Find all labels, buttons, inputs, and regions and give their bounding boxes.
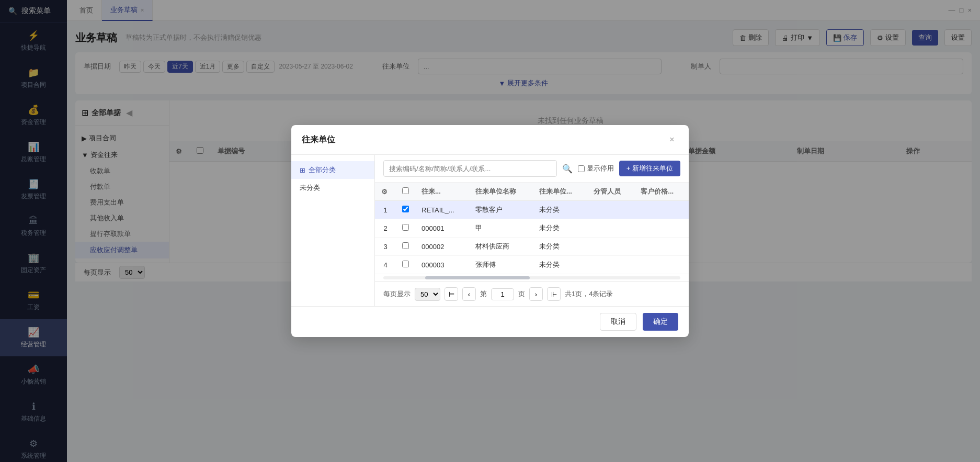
dialog-table-row[interactable]: 1 RETAIL_... 零散客户 未分类: [375, 201, 689, 219]
page-prev-btn[interactable]: ‹: [462, 287, 476, 301]
row-name: 材料供应商: [469, 238, 533, 256]
dialog-sidebar: ⊞ 全部分类 未分类: [291, 155, 375, 306]
page-input[interactable]: [491, 288, 514, 300]
dialog-sidebar-allcategory[interactable]: ⊞ 全部分类: [291, 161, 374, 179]
dialog-content: 🔍 显示停用 + 新增往来单位 ⚙ 往来...: [375, 155, 689, 306]
dth-category: 往来单位...: [533, 183, 587, 201]
dialog-sidebar-allcategory-label: 全部分类: [309, 165, 336, 175]
dialog-sidebar-uncategorized[interactable]: 未分类: [291, 179, 374, 197]
dialog-overlay[interactable]: 往来单位 × ⊞ 全部分类 未分类 🔍: [0, 0, 980, 462]
page-last-btn[interactable]: ⊩: [547, 287, 561, 301]
dialog-scrollbar-track[interactable]: [383, 276, 680, 279]
dth-name: 往来单位名称: [469, 183, 533, 201]
row-num: 2: [375, 219, 396, 238]
row-checkbox-cell[interactable]: [396, 238, 415, 256]
dialog-close-btn[interactable]: ×: [666, 133, 678, 146]
dialog-table-row[interactable]: 3 000002 材料供应商 未分类: [375, 238, 689, 256]
cancel-button[interactable]: 取消: [600, 313, 636, 331]
dialog-table-row[interactable]: 4 000003 张师傅 未分类: [375, 256, 689, 274]
dth-settings: ⚙: [375, 183, 396, 201]
row-checkbox[interactable]: [402, 242, 409, 249]
row-num: 3: [375, 238, 396, 256]
row-manager: [587, 238, 635, 256]
dialog-search-input[interactable]: [383, 160, 557, 177]
row-checkbox[interactable]: [402, 206, 409, 212]
page-suffix: 页: [518, 289, 525, 299]
show-disabled-checkbox[interactable]: [578, 165, 585, 172]
show-disabled-text: 显示停用: [587, 164, 614, 173]
row-name: 零散客户: [469, 201, 533, 219]
row-manager: [587, 256, 635, 274]
row-category: 未分类: [533, 238, 587, 256]
row-category: 未分类: [533, 201, 587, 219]
row-pricelevel: [634, 201, 689, 219]
dialog-select-all[interactable]: [402, 187, 409, 194]
row-num: 4: [375, 256, 396, 274]
row-pricelevel: [634, 219, 689, 238]
dialog-sidebar-uncategorized-label: 未分类: [300, 183, 320, 193]
dth-code: 往来...: [415, 183, 469, 201]
row-code: 000002: [415, 238, 469, 256]
show-disabled-label[interactable]: 显示停用: [578, 164, 614, 173]
dth-pricelevel: 客户价格...: [634, 183, 689, 201]
total-info: 共1页，4条记录: [565, 289, 613, 299]
dialog-table-wrapper: ⚙ 往来... 往来单位名称 往来单位... 分管人员 客户价格... 1: [375, 183, 689, 274]
dialog-table-row[interactable]: 2 000001 甲 未分类: [375, 219, 689, 238]
row-checkbox-cell[interactable]: [396, 219, 415, 238]
row-name: 甲: [469, 219, 533, 238]
dialog-table: ⚙ 往来... 往来单位名称 往来单位... 分管人员 客户价格... 1: [375, 183, 689, 274]
dialog-footer: 每页显示 50 ⊨ ‹ 第 页 › ⊩ 共1页，4条记录: [375, 281, 689, 306]
row-checkbox[interactable]: [402, 261, 409, 267]
page-next-btn[interactable]: ›: [529, 287, 543, 301]
dth-manager: 分管人员: [587, 183, 635, 201]
row-code: RETAIL_...: [415, 201, 469, 219]
confirm-button[interactable]: 确定: [643, 313, 678, 331]
page-label: 第: [480, 289, 487, 299]
row-manager: [587, 219, 635, 238]
row-code: 000003: [415, 256, 469, 274]
row-category: 未分类: [533, 219, 587, 238]
page-first-btn[interactable]: ⊨: [445, 287, 458, 301]
dialog-body: ⊞ 全部分类 未分类 🔍 显示停用 + 新增往来单位: [291, 155, 689, 306]
dialog-scrollbar-thumb[interactable]: [425, 276, 530, 279]
row-num: 1: [375, 201, 396, 219]
row-checkbox-cell[interactable]: [396, 201, 415, 219]
per-page-select[interactable]: 50: [415, 288, 440, 301]
dialog-search-bar: 🔍 显示停用 + 新增往来单位: [375, 155, 689, 183]
row-pricelevel: [634, 256, 689, 274]
row-manager: [587, 201, 635, 219]
dialog-actions: 取消 确定: [291, 306, 689, 337]
per-page-label: 每页显示: [383, 289, 411, 299]
dialog-title: 往来单位: [302, 134, 335, 145]
add-partner-button[interactable]: + 新增往来单位: [619, 161, 680, 176]
row-checkbox-cell[interactable]: [396, 256, 415, 274]
dialog-header: 往来单位 ×: [291, 125, 689, 155]
row-code: 000001: [415, 219, 469, 238]
grid-icon-dialog: ⊞: [300, 166, 305, 174]
row-name: 张师傅: [469, 256, 533, 274]
row-pricelevel: [634, 238, 689, 256]
partner-dialog: 往来单位 × ⊞ 全部分类 未分类 🔍: [291, 125, 689, 337]
dth-checkbox: [396, 183, 415, 201]
pagination: 每页显示 50 ⊨ ‹ 第 页 › ⊩ 共1页，4条记录: [383, 287, 613, 301]
row-category: 未分类: [533, 256, 587, 274]
row-checkbox[interactable]: [402, 224, 409, 231]
search-icon-dialog: 🔍: [562, 164, 573, 174]
